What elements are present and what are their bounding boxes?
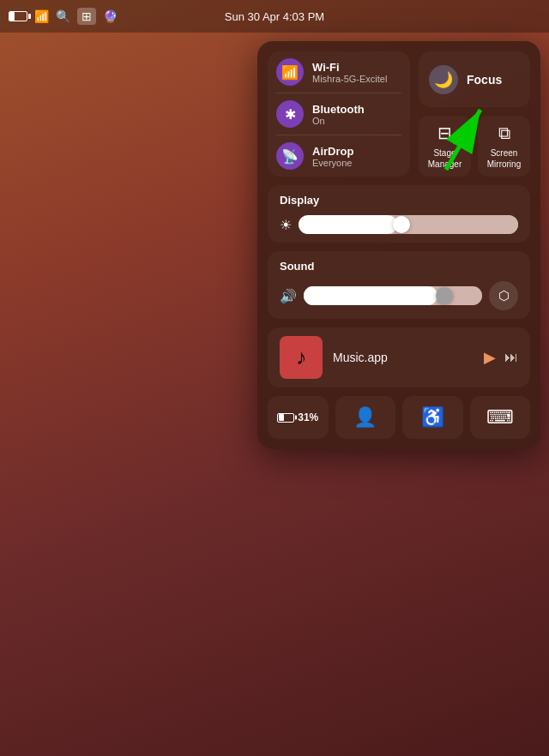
forward-button[interactable]: ⏭	[504, 350, 518, 365]
keyboard-brightness-icon: ⌨	[486, 406, 514, 429]
wifi-item[interactable]: 📶 Wi-Fi Mishra-5G-Excitel	[276, 58, 401, 86]
right-column: 🌙 Focus ⊟ Stage Manager ⧉ Screen Mirrori…	[419, 51, 530, 177]
keyboard-brightness-button[interactable]: ⌨	[470, 396, 531, 439]
sound-title: Sound	[280, 260, 518, 273]
focus-moon-icon: 🌙	[429, 65, 458, 94]
play-button[interactable]: ▶	[484, 348, 496, 367]
connectivity-panel: 📶 Wi-Fi Mishra-5G-Excitel ✱ Bluetooth On	[268, 51, 410, 177]
focus-button[interactable]: 🌙 Focus	[419, 51, 530, 107]
brightness-slider-row: ☀	[280, 215, 518, 234]
bottom-bar: 31% 👤 ♿ ⌨	[268, 396, 530, 439]
airdrop-label: AirDrop	[312, 145, 353, 158]
stage-manager-label: Stage Manager	[424, 147, 466, 170]
display-section: Display ☀	[268, 185, 530, 243]
stage-manager-icon: ⊟	[437, 123, 452, 143]
bluetooth-text: Bluetooth On	[312, 103, 365, 126]
search-menubar-icon[interactable]: 🔍	[56, 9, 70, 23]
screen-recording-button[interactable]: 👤	[335, 396, 396, 439]
airdrop-item[interactable]: 📡 AirDrop Everyone	[276, 142, 401, 170]
battery-button[interactable]: 31%	[268, 396, 329, 439]
control-center-panel: 📶 Wi-Fi Mishra-5G-Excitel ✱ Bluetooth On	[257, 41, 540, 449]
siri-menubar-icon[interactable]: 🔮	[103, 9, 118, 23]
divider-2	[276, 135, 401, 135]
brightness-slider[interactable]	[299, 215, 518, 234]
sound-section: Sound 🔊 ⬡	[268, 251, 530, 319]
battery-menubar	[9, 11, 27, 21]
wifi-icon-wrap: 📶	[276, 58, 304, 86]
menubar-left: 📶 🔍 ⊞ 🔮	[9, 8, 118, 25]
wifi-label: Wi-Fi	[312, 61, 387, 74]
crescent-icon: 🌙	[434, 70, 453, 89]
music-app-name: Music.app	[333, 351, 474, 364]
focus-label: Focus	[467, 73, 502, 87]
top-section: 📶 Wi-Fi Mishra-5G-Excitel ✱ Bluetooth On	[268, 51, 530, 177]
screen-mirroring-button[interactable]: ⧉ Screen Mirroring	[478, 116, 530, 177]
music-section: ♪ Music.app ▶ ⏭	[268, 327, 530, 387]
bluetooth-item[interactable]: ✱ Bluetooth On	[276, 100, 401, 128]
stage-mirror-row: ⊟ Stage Manager ⧉ Screen Mirroring	[419, 116, 530, 177]
wifi-text: Wi-Fi Mishra-5G-Excitel	[312, 61, 387, 84]
airdrop-icon: 📡	[281, 148, 299, 165]
menubar: 📶 🔍 ⊞ 🔮 Sun 30 Apr 4:03 PM	[0, 0, 549, 33]
airdrop-icon-wrap: 📡	[276, 142, 304, 170]
bluetooth-label: Bluetooth	[312, 103, 365, 116]
screen-mirroring-icon: ⧉	[498, 123, 510, 143]
divider-1	[276, 93, 401, 93]
music-note-icon: ♪	[296, 345, 306, 369]
screen-mirroring-label: Screen Mirroring	[483, 147, 525, 170]
wifi-icon: 📶	[281, 64, 299, 81]
airplay-button[interactable]: ⬡	[489, 281, 518, 310]
music-artwork: ♪	[280, 336, 323, 379]
airplay-icon: ⬡	[498, 288, 510, 303]
volume-slider[interactable]	[304, 286, 482, 305]
bluetooth-icon-wrap: ✱	[276, 100, 304, 128]
accessibility-button[interactable]: ♿	[402, 396, 463, 439]
stage-manager-button[interactable]: ⊟ Stage Manager	[419, 116, 471, 177]
control-center-menubar-icon[interactable]: ⊞	[77, 8, 96, 25]
wifi-subtitle: Mishra-5G-Excitel	[312, 74, 387, 84]
battery-icon-small	[277, 413, 294, 423]
menubar-datetime: Sun 30 Apr 4:03 PM	[225, 10, 324, 23]
brightness-icon: ☀	[280, 217, 292, 233]
airdrop-text: AirDrop Everyone	[312, 145, 353, 168]
battery-percent: 31%	[298, 411, 318, 423]
wifi-menubar-icon: 📶	[34, 9, 49, 23]
battery-display: 31%	[277, 411, 318, 423]
volume-slider-row: 🔊 ⬡	[280, 281, 518, 310]
music-controls: ▶ ⏭	[484, 348, 518, 367]
display-title: Display	[280, 194, 518, 207]
bluetooth-subtitle: On	[312, 116, 365, 126]
accessibility-icon: ♿	[421, 406, 444, 429]
bluetooth-icon: ✱	[285, 106, 296, 123]
volume-icon: 🔊	[280, 288, 297, 304]
airdrop-subtitle: Everyone	[312, 158, 353, 168]
user-icon: 👤	[353, 406, 377, 429]
